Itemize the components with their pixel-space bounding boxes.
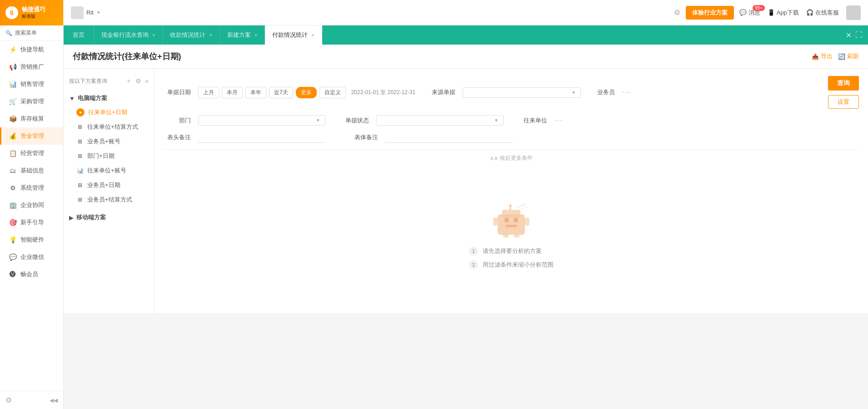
sidebar-item-label: 系统管理 [20, 184, 44, 192]
page-title: 付款情况统计(往来单位+日期) [73, 51, 181, 62]
user-avatar-small [71, 6, 84, 19]
sidebar-item-inventory[interactable]: 📦 库存核算 [0, 110, 63, 127]
tab-new-scheme[interactable]: 新建方案 × [220, 25, 265, 45]
sidebar-item-sales[interactable]: 📊 销售管理 [0, 76, 63, 93]
tab-payment-stat[interactable]: 付款情况统计 × [265, 25, 322, 45]
sidebar-item-label: 畅会员 [20, 270, 38, 278]
scheme-item-partner-settle[interactable]: ⊞ 往来单位+结算方式 [64, 120, 154, 134]
sidebar-item-finance[interactable]: 💰 资金管理 [0, 127, 63, 145]
body-note-input[interactable] [385, 132, 513, 143]
collapse-panel-icon[interactable]: « [145, 77, 149, 85]
service-label: 在线客服 [815, 9, 839, 17]
filter-section: 单据日期 上月 本月 本年 近7天 更多 自定义 2022-01-01 至 20… [164, 76, 859, 143]
scheme-item-partner-account[interactable]: 📊 往来单位+账号 [64, 163, 154, 178]
mobile-section-header[interactable]: ▶ 移动端方案 [64, 211, 154, 224]
query-button[interactable]: 查询 [828, 76, 859, 91]
scheme-item-staff-settle[interactable]: ⊞ 业务员+结算方式 [64, 192, 154, 207]
partner-select-dots[interactable]: ··· [554, 116, 563, 125]
staff-settle-icon: ⊞ [76, 196, 84, 203]
sidebar-item-purchase[interactable]: 🛒 采购管理 [0, 93, 63, 110]
scheme-item-staff-date[interactable]: ⊞ 业务员+日期 [64, 178, 154, 192]
left-panel: 按以下方案查询 ＋ ⚙ « ▼ 电脑端方案 ● 往来单位+日期 [64, 69, 155, 313]
close-all-tabs-icon[interactable]: ✕ [846, 31, 852, 40]
refresh-button[interactable]: 🔄 刷新 [838, 52, 859, 61]
more-btn[interactable]: 更多 [296, 87, 317, 98]
sidebar: 6 畅捷通巧 标准版 🔍 搜索菜单 ⚡ 快捷导航 📢 营销推广 📊 销售管理 🛒… [0, 0, 64, 409]
app-icon: 📱 [768, 9, 775, 16]
last-month-btn[interactable]: 上月 [198, 87, 219, 98]
settings-gear-icon[interactable]: ⚙ [674, 8, 680, 17]
tab-new-scheme-label: 新建方案 [227, 31, 251, 39]
app-download-label: App下载 [777, 9, 799, 17]
desktop-section-header[interactable]: ▼ 电脑端方案 [64, 91, 154, 105]
sidebar-item-enterprise[interactable]: 🏢 企业协同 [0, 197, 63, 214]
custom-btn[interactable]: 自定义 [319, 87, 346, 98]
tabs-bar: 首页 现金银行流水查询 × 收款情况统计 × 新建方案 × 付款情况统计 × ✕… [64, 25, 868, 45]
bill-status-select[interactable]: ▼ [376, 115, 504, 126]
tab-new-scheme-close[interactable]: × [254, 32, 257, 38]
last-7-btn[interactable]: 近7天 [269, 87, 293, 98]
svg-line-11 [517, 204, 526, 207]
tab-bank[interactable]: 现金银行流水查询 × [94, 25, 163, 45]
page-header: 付款情况统计(往来单位+日期) 📤 导出 🔄 刷新 [64, 45, 868, 69]
settings-footer-icon[interactable]: ⚙ [5, 396, 12, 404]
sidebar-item-basic[interactable]: 🗂 基础信息 [0, 162, 63, 179]
sidebar-item-wechat[interactable]: 💬 企业微信 [0, 248, 63, 266]
tab-home-label: 首页 [73, 31, 85, 39]
svg-point-10 [509, 204, 512, 207]
scheme-item-partner-date[interactable]: ● 往来单位+日期 [64, 105, 154, 120]
trial-button[interactable]: 体验行业方案 [686, 6, 734, 20]
this-year-btn[interactable]: 本年 [245, 87, 266, 98]
brand-sub: 标准版 [22, 13, 45, 20]
manage-scheme-icon[interactable]: ⚙ [135, 77, 141, 85]
dept-dropdown-icon: ▼ [316, 118, 320, 123]
scheme-item-staff-account[interactable]: ⊞ 业务员+账号 [64, 134, 154, 149]
tab-home[interactable]: 首页 [64, 25, 94, 45]
settings-button[interactable]: 设置 [828, 95, 859, 109]
mobile-scheme-section: ▶ 移动端方案 [64, 209, 154, 226]
messages-button[interactable]: 💬 消息 99+ [739, 9, 760, 17]
source-select[interactable]: ▼ [463, 87, 581, 98]
svg-rect-6 [525, 217, 529, 226]
app-download-button[interactable]: 📱 App下载 [768, 9, 799, 17]
sidebar-item-quick-nav[interactable]: ⚡ 快捷导航 [0, 41, 63, 58]
scheme-item-label: 业务员+结算方式 [87, 196, 132, 204]
source-dropdown-icon: ▼ [571, 90, 576, 95]
dept-select[interactable]: ▼ [198, 115, 325, 126]
date-buttons: 上月 本月 本年 近7天 更多 自定义 2022-01-01 至 2022-12… [198, 87, 415, 98]
scheme-item-dept-date[interactable]: ⊞ 部门+日期 [64, 149, 154, 163]
message-icon: 💬 [739, 9, 747, 16]
sidebar-item-hardware[interactable]: 💡 智能硬件 [0, 231, 63, 248]
partner-date-icon: ● [76, 108, 85, 116]
tab-payment-stat-close[interactable]: × [311, 32, 314, 38]
mobile-section-arrow: ▶ [69, 214, 74, 221]
search-label: 搜索菜单 [15, 29, 37, 37]
this-month-btn[interactable]: 本月 [222, 87, 243, 98]
topbar-user: Rit ▼ [71, 6, 668, 19]
user-dropdown-icon[interactable]: ▼ [96, 10, 101, 15]
add-scheme-icon[interactable]: ＋ [125, 77, 132, 85]
service-icon: 🎧 [806, 9, 813, 16]
fullscreen-icon[interactable]: ⛶ [855, 31, 863, 39]
staff-select-dots[interactable]: ··· [622, 88, 631, 96]
sidebar-item-label: 智能硬件 [20, 236, 44, 244]
tab-receipt-close[interactable]: × [209, 32, 212, 38]
header-note-input[interactable] [198, 132, 325, 143]
sidebar-item-guide[interactable]: 🎯 新手引导 [0, 214, 63, 231]
sidebar-item-marketing[interactable]: 📢 营销推广 [0, 58, 63, 76]
collapse-sidebar-icon[interactable]: ◀◀ [50, 397, 58, 404]
online-service-button[interactable]: 🎧 在线客服 [806, 9, 839, 17]
sidebar-item-vip[interactable]: 🅥 畅会员 [0, 266, 63, 283]
user-avatar-topbar[interactable] [846, 5, 861, 20]
search-menu[interactable]: 🔍 搜索菜单 [0, 25, 63, 41]
tab-bank-close[interactable]: × [152, 32, 155, 38]
sidebar-item-system[interactable]: ⚙ 系统管理 [0, 179, 63, 197]
sidebar-item-label: 资金管理 [20, 132, 44, 140]
collapse-filters-bar[interactable]: ∧∧ 收起更多条件 [164, 149, 859, 167]
tab-receipt[interactable]: 收款情况统计 × [163, 25, 219, 45]
tabs-actions: ✕ ⛶ [840, 31, 868, 40]
sidebar-item-operation[interactable]: 📋 经营管理 [0, 145, 63, 162]
staff-account-icon: ⊞ [76, 138, 84, 145]
export-button[interactable]: 📤 导出 [812, 52, 833, 61]
empty-tips: 1 请先选择要分析的方案 2 用过滤条件来缩小分析范围 [469, 247, 554, 269]
